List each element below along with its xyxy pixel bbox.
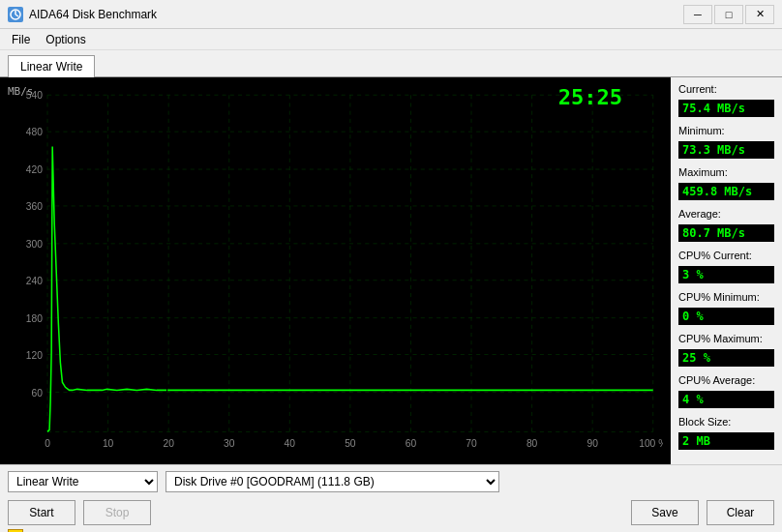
drive-dropdown[interactable]: Disk Drive #0 [GOODRAM] (111.8 GB): [165, 471, 499, 492]
app-icon: [8, 7, 23, 22]
chart-svg: 540 480 420 360 300 240 180 120 60 0 10 …: [8, 85, 663, 457]
cpu-maximum-value: 25 %: [678, 349, 774, 367]
average-value: 80.7 MB/s: [678, 224, 774, 242]
svg-text:40: 40: [285, 438, 296, 449]
block-size-label: Block Size:: [678, 416, 774, 428]
menu-options[interactable]: Options: [38, 31, 93, 48]
save-button[interactable]: Save: [631, 500, 699, 525]
title-bar-title: AIDA64 Disk Benchmark: [29, 8, 157, 21]
svg-text:300: 300: [26, 239, 43, 250]
svg-text:120: 120: [26, 350, 43, 361]
clear-button[interactable]: Clear: [707, 500, 774, 525]
cpu-current-value: 3 %: [678, 266, 774, 283]
main-content: MB/s 25:25: [0, 77, 782, 464]
cpu-average-label: CPU% Average:: [678, 374, 774, 386]
cpu-maximum-label: CPU% Maximum:: [678, 333, 774, 344]
current-value: 75.4 MB/s: [678, 100, 774, 117]
benchmark-dropdown[interactable]: Linear Write: [8, 471, 158, 492]
close-button[interactable]: ✕: [745, 5, 774, 24]
controls-row2: Start Stop Save Clear: [0, 498, 782, 527]
svg-text:20: 20: [163, 438, 174, 449]
cpu-average-value: 4 %: [678, 391, 774, 408]
svg-text:10: 10: [103, 438, 114, 449]
warning-bar: ! Write tests will DESTROY ALL DATA on t…: [0, 527, 782, 532]
minimum-value: 73.3 MB/s: [678, 141, 774, 159]
menu-bar: File Options: [0, 29, 782, 50]
tab-linear-write[interactable]: Linear Write: [8, 55, 95, 77]
svg-text:100 %: 100 %: [639, 438, 663, 449]
current-label: Current:: [678, 83, 774, 95]
cpu-current-label: CPU% Current:: [678, 250, 774, 261]
maximum-label: Maximum:: [678, 166, 774, 178]
svg-text:180: 180: [26, 313, 43, 324]
svg-text:240: 240: [26, 276, 43, 286]
cpu-minimum-value: 0 %: [678, 308, 774, 325]
timer-display: 25:25: [558, 85, 622, 109]
svg-text:80: 80: [526, 438, 538, 449]
svg-line-2: [15, 15, 18, 16]
title-bar-controls: ─ □ ✕: [683, 5, 774, 24]
chart-area: MB/s 25:25: [0, 77, 671, 464]
menu-file[interactable]: File: [4, 31, 38, 48]
stop-button[interactable]: Stop: [83, 500, 151, 525]
maximum-value: 459.8 MB/s: [678, 183, 774, 200]
title-bar-left: AIDA64 Disk Benchmark: [8, 7, 157, 22]
average-label: Average:: [678, 208, 774, 220]
start-button[interactable]: Start: [8, 500, 75, 525]
title-bar: AIDA64 Disk Benchmark ─ □ ✕: [0, 0, 782, 29]
bottom-controls: Linear Write Disk Drive #0 [GOODRAM] (11…: [0, 464, 782, 532]
maximize-button[interactable]: □: [714, 5, 743, 24]
y-axis-label: MB/s: [8, 85, 34, 98]
controls-row1: Linear Write Disk Drive #0 [GOODRAM] (11…: [0, 465, 782, 498]
minimize-button[interactable]: ─: [683, 5, 712, 24]
minimum-label: Minimum:: [678, 125, 774, 136]
svg-text:50: 50: [345, 438, 356, 449]
svg-text:360: 360: [26, 201, 43, 212]
svg-text:60: 60: [32, 388, 44, 399]
svg-text:0: 0: [45, 438, 50, 449]
svg-text:480: 480: [26, 127, 43, 137]
svg-text:70: 70: [466, 438, 477, 449]
block-size-value: 2 MB: [678, 432, 774, 450]
svg-text:60: 60: [406, 438, 417, 449]
cpu-minimum-label: CPU% Minimum:: [678, 291, 774, 303]
svg-text:90: 90: [586, 438, 598, 449]
stats-panel: Current: 75.4 MB/s Minimum: 73.3 MB/s Ma…: [671, 77, 782, 464]
svg-text:420: 420: [26, 164, 43, 175]
svg-text:30: 30: [224, 438, 235, 449]
tab-bar: Linear Write: [0, 50, 782, 77]
